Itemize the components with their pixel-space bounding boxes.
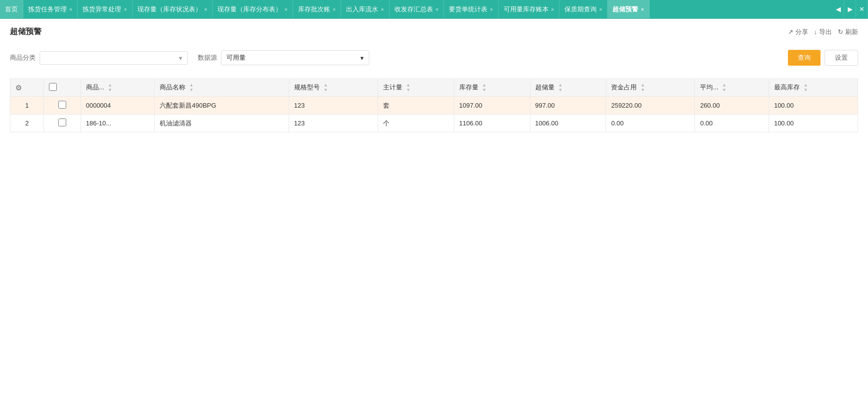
cell-inventory: 1097.00 (454, 97, 530, 115)
gear-settings-icon[interactable]: ⚙ (15, 83, 22, 92)
refresh-label: 刷新 (845, 28, 858, 37)
page-title: 超储预警 (10, 27, 42, 37)
table-header: ⚙商品... ▲▼商品名称 ▲▼规格型号 ▲▼主计量 ▲▼库存量 ▲▼超储量 ▲… (10, 79, 858, 97)
cell-capital_occ: 0.00 (606, 115, 695, 132)
col-header-capital_occ[interactable]: 资金占用 ▲▼ (606, 79, 695, 97)
nav-item-abnormal-proc[interactable]: 拣货异常处理× (78, 0, 132, 19)
row-checkbox-cell (44, 115, 81, 132)
sort-icon-max_stock: ▲▼ (804, 83, 808, 92)
nav-close-btn-available-ledger[interactable]: × (551, 6, 554, 12)
cell-product_name: 机油滤清器 (155, 115, 289, 132)
nav-item-order-stats[interactable]: 要货单统计表× (444, 0, 498, 19)
row-checkbox-cell (44, 97, 81, 115)
select-all-checkbox[interactable] (49, 83, 57, 91)
nav-next-arrow[interactable]: ▶ (844, 0, 856, 19)
sort-icon-unit: ▲▼ (406, 83, 410, 92)
nav-close-btn-inout-flow[interactable]: × (381, 6, 384, 12)
page-content: 超储预警 ↗ 分享 ↓ 导出 ↻ 刷新 商品分类 ▾ (0, 19, 868, 140)
row-select-checkbox[interactable] (58, 101, 66, 109)
top-navigation: 首页拣货任务管理×拣货异常处理×现存量（库存状况表）×现存量（库存分布表）×库存… (0, 0, 868, 19)
nav-item-inventory-batch[interactable]: 库存批次账× (293, 0, 341, 19)
query-button[interactable]: 查询 (788, 50, 821, 66)
col-header-product_name[interactable]: 商品名称 ▲▼ (155, 79, 289, 97)
page-title-row: 超储预警 ↗ 分享 ↓ 导出 ↻ 刷新 (10, 27, 858, 37)
export-button[interactable]: ↓ 导出 (814, 28, 832, 37)
cell-product_code: 186-10... (81, 115, 155, 132)
row-number: 2 (10, 115, 44, 132)
cell-product_code: 0000004 (81, 97, 155, 115)
cell-capital_occ: 259220.00 (606, 97, 695, 115)
nav-close-arrow[interactable]: ✕ (856, 0, 868, 19)
title-actions: ↗ 分享 ↓ 导出 ↻ 刷新 (788, 28, 859, 37)
cell-product_name: 六配套新昌490BPG (155, 97, 289, 115)
filter-row: 商品分类 ▾ 数据源 可用量 ▾ 查询 设置 (10, 45, 858, 71)
sort-icon-product_name: ▲▼ (189, 83, 194, 92)
nav-item-recv-send-summary[interactable]: 收发存汇总表× (390, 0, 444, 19)
cell-spec: 123 (289, 115, 378, 132)
nav-item-available-ledger[interactable]: 可用量库存账本× (499, 0, 560, 19)
col-header-max_stock[interactable]: 最高库存 ▲▼ (769, 79, 858, 97)
cell-avg: 0.00 (695, 115, 769, 132)
table-body: 10000004六配套新昌490BPG123套1097.00997.002592… (10, 97, 858, 132)
col-header-product_code[interactable]: 商品... ▲▼ (81, 79, 155, 97)
cell-avg: 260.00 (695, 97, 769, 115)
col-header-spec[interactable]: 规格型号 ▲▼ (289, 79, 378, 97)
nav-item-home[interactable]: 首页 (0, 0, 23, 19)
nav-item-task-mgmt[interactable]: 拣货任务管理× (23, 0, 78, 19)
sort-icon-capital_occ: ▲▼ (641, 83, 645, 92)
nav-close-btn-overstock-alert[interactable]: × (641, 6, 644, 12)
col-header-avg[interactable]: 平均... ▲▼ (695, 79, 769, 97)
cell-unit: 套 (378, 97, 454, 115)
settings-button[interactable]: 设置 (825, 50, 858, 66)
share-button[interactable]: ↗ 分享 (788, 28, 808, 37)
sort-icon-inventory: ▲▼ (482, 83, 486, 92)
sort-icon-overstock: ▲▼ (558, 83, 563, 92)
datasource-chevron-icon: ▾ (360, 54, 364, 62)
sort-icon-spec: ▲▼ (323, 83, 328, 92)
nav-prev-arrow[interactable]: ◀ (832, 0, 844, 19)
category-filter: 商品分类 ▾ (10, 51, 188, 65)
nav-close-btn-inventory-status[interactable]: × (204, 6, 207, 12)
nav-close-btn-inventory-batch[interactable]: × (333, 6, 336, 12)
nav-close-btn-recv-send-summary[interactable]: × (435, 6, 438, 12)
nav-close-btn-order-stats[interactable]: × (490, 6, 493, 12)
row-number: 1 (10, 97, 44, 115)
sort-icon-avg: ▲▼ (722, 83, 727, 92)
datasource-filter: 数据源 可用量 ▾ (198, 50, 369, 65)
datasource-label: 数据源 (198, 53, 217, 62)
export-label: 导出 (819, 28, 832, 37)
row-select-checkbox[interactable] (58, 118, 66, 126)
nav-close-btn-abnormal-proc[interactable]: × (124, 6, 127, 12)
nav-item-inventory-dist[interactable]: 现存量（库存分布表）× (213, 0, 293, 19)
col-header-checkbox (44, 79, 81, 97)
col-header-overstock[interactable]: 超储量 ▲▼ (530, 79, 606, 97)
nav-item-overstock-alert[interactable]: 超储预警× (608, 0, 649, 19)
col-header-unit[interactable]: 主计量 ▲▼ (378, 79, 454, 97)
refresh-icon: ↻ (838, 28, 843, 36)
sort-icon-product_code: ▲▼ (108, 83, 112, 92)
col-header-inventory[interactable]: 库存量 ▲▼ (454, 79, 530, 97)
datasource-select[interactable]: 可用量 ▾ (221, 50, 369, 65)
refresh-button[interactable]: ↻ 刷新 (838, 28, 858, 37)
export-icon: ↓ (814, 28, 818, 36)
nav-close-btn-inventory-dist[interactable]: × (284, 6, 287, 12)
nav-item-inventory-status[interactable]: 现存量（库存状况表）× (132, 0, 213, 19)
col-header-gear: ⚙ (10, 79, 44, 97)
filter-actions: 查询 设置 (788, 50, 858, 66)
nav-item-inout-flow[interactable]: 出入库流水× (341, 0, 389, 19)
category-select[interactable]: ▾ (40, 51, 188, 65)
share-label: 分享 (795, 28, 808, 37)
data-table: ⚙商品... ▲▼商品名称 ▲▼规格型号 ▲▼主计量 ▲▼库存量 ▲▼超储量 ▲… (10, 79, 858, 132)
nav-item-expiry-query[interactable]: 保质期查询× (560, 0, 608, 19)
share-icon: ↗ (788, 28, 793, 36)
cell-overstock: 1006.00 (530, 115, 606, 132)
cell-spec: 123 (289, 97, 378, 115)
nav-close-btn-task-mgmt[interactable]: × (69, 6, 72, 12)
nav-close-btn-expiry-query[interactable]: × (599, 6, 602, 12)
cell-max_stock: 100.00 (769, 97, 858, 115)
cell-overstock: 997.00 (530, 97, 606, 115)
table-row: 2186-10...机油滤清器123个1106.001006.000.000.0… (10, 115, 858, 132)
cell-max_stock: 100.00 (769, 115, 858, 132)
cell-unit: 个 (378, 115, 454, 132)
table-row: 10000004六配套新昌490BPG123套1097.00997.002592… (10, 97, 858, 115)
